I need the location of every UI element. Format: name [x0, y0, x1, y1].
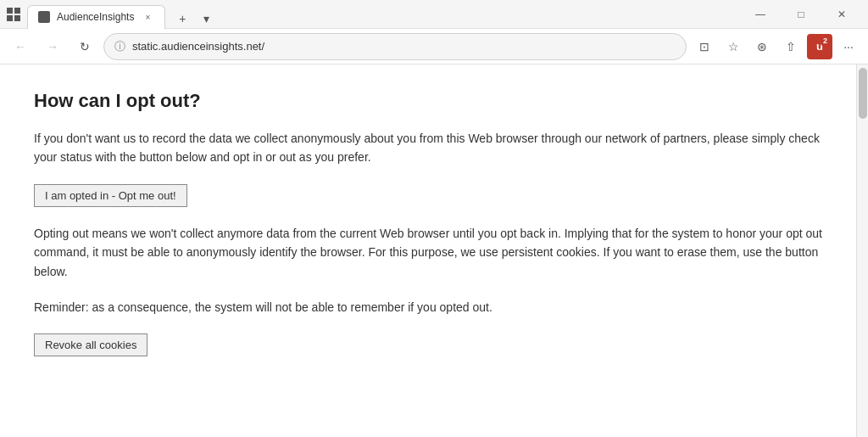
url-text: static.audienceinsights.net/: [132, 40, 676, 53]
extension-button[interactable]: u 2: [807, 34, 832, 59]
reading-list-button[interactable]: ⊛: [749, 34, 775, 59]
svg-rect-2: [7, 15, 13, 21]
title-bar-left: [0, 8, 27, 21]
browser-content: How can I opt out? If you don't want us …: [0, 64, 868, 437]
forward-button[interactable]: →: [39, 33, 66, 60]
new-tab-button[interactable]: +: [172, 8, 192, 29]
address-field[interactable]: ⓘ static.audienceinsights.net/: [103, 33, 687, 60]
tab-favicon: [38, 11, 50, 23]
favorites-button[interactable]: ☆: [721, 34, 746, 59]
maximize-button[interactable]: □: [782, 0, 821, 29]
reader-view-button[interactable]: ⊡: [692, 34, 717, 59]
scrollbar-thumb[interactable]: [859, 68, 867, 119]
lock-icon: ⓘ: [114, 39, 125, 54]
tab-close-button[interactable]: ×: [141, 10, 154, 24]
refresh-button[interactable]: ↻: [71, 33, 98, 60]
back-button[interactable]: ←: [7, 33, 34, 60]
svg-rect-0: [7, 8, 13, 14]
more-button[interactable]: ···: [836, 34, 861, 59]
paragraph-3: Reminder: as a consequence, the system w…: [34, 298, 822, 317]
svg-rect-3: [14, 15, 20, 21]
opt-out-button[interactable]: I am opted in - Opt me out!: [34, 184, 187, 207]
paragraph-2: Opting out means we won't collect anymor…: [34, 224, 822, 281]
extension-badge: 2: [820, 36, 831, 47]
paragraph-1: If you don't want us to record the data …: [34, 129, 822, 167]
tab-title: AudienceInsights: [57, 11, 134, 23]
active-tab[interactable]: AudienceInsights ×: [27, 5, 165, 29]
browser-icon: [7, 8, 20, 21]
share-button[interactable]: ⇧: [778, 34, 804, 59]
minimize-button[interactable]: —: [741, 0, 780, 29]
window-controls: — □ ✕: [734, 0, 868, 29]
address-bar: ← → ↻ ⓘ static.audienceinsights.net/ ⊡ ☆…: [0, 29, 868, 64]
page-heading: How can I opt out?: [34, 90, 822, 112]
tab-actions: + ▾: [165, 8, 223, 29]
svg-rect-1: [14, 8, 20, 14]
title-bar: AudienceInsights × + ▾ — □ ✕: [0, 0, 868, 29]
page-content: How can I opt out? If you don't want us …: [0, 64, 856, 437]
address-actions: ⊡ ☆ ⊛ ⇧ u 2 ···: [692, 34, 861, 59]
revoke-cookies-button[interactable]: Revoke all cookies: [34, 333, 147, 356]
close-button[interactable]: ✕: [822, 0, 861, 29]
tab-bar: AudienceInsights × + ▾: [27, 0, 734, 29]
scrollbar[interactable]: [856, 64, 868, 437]
tab-dropdown-button[interactable]: ▾: [196, 8, 216, 29]
